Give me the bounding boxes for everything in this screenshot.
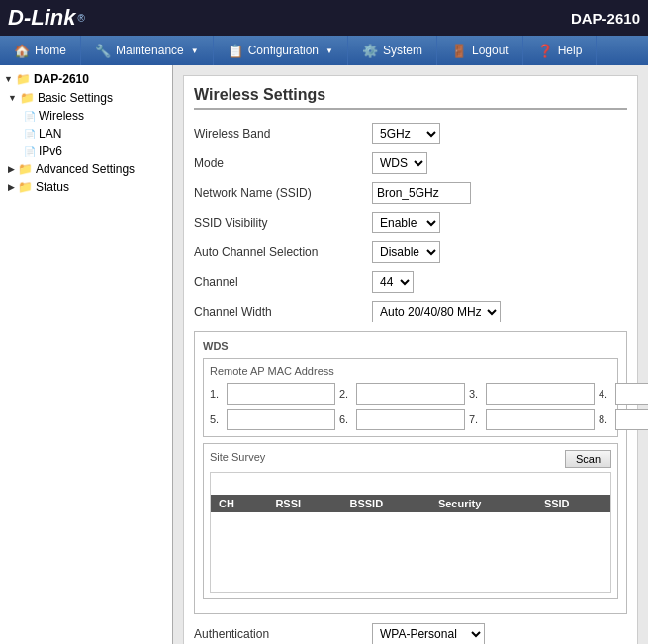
auto-channel-control: Disable Enable (372, 241, 440, 263)
mac-num-7: 7. (469, 414, 483, 425)
status-folder-icon: 📁 (18, 180, 33, 194)
nav-logout[interactable]: 🚪 Logout (437, 36, 523, 65)
col-security: Security (430, 495, 536, 512)
mac-input-1[interactable] (227, 383, 335, 405)
auto-channel-select[interactable]: Disable Enable (372, 241, 440, 263)
auth-label: Authentication (194, 627, 372, 641)
ipv6-doc-icon: 📄 (24, 146, 36, 157)
site-survey-box: Site Survey Scan CH RSSI BSSID Security (203, 443, 618, 599)
header: D-Link ® DAP-2610 (0, 0, 648, 36)
mac-num-6: 6. (339, 414, 353, 425)
basic-folder-icon: 📁 (20, 91, 35, 105)
logo-dlink: D-Link (8, 5, 75, 31)
navbar: 🏠 Home 🔧 Maintenance ▼ 📋 Configuration ▼… (0, 36, 648, 65)
logo-trademark: ® (77, 13, 84, 24)
mode-row: Mode WDS AP (194, 151, 627, 175)
channel-control: 44 36 40 48 (372, 271, 414, 293)
nav-home[interactable]: 🏠 Home (0, 36, 81, 65)
root-expand-icon: ▼ (4, 74, 13, 84)
mac-num-3: 3. (469, 388, 483, 400)
wireless-doc-icon: 📄 (24, 111, 36, 122)
site-table-wrapper: CH RSSI BSSID Security SSID (210, 472, 611, 593)
nav-system[interactable]: ⚙️ System (348, 36, 437, 65)
mode-label: Mode (194, 156, 372, 170)
mac-row-2: 2. (339, 383, 465, 405)
model-number: DAP-2610 (571, 10, 640, 27)
auto-channel-label: Auto Channel Selection (194, 245, 372, 259)
mac-row-3: 3. (469, 383, 595, 405)
ssid-label: Network Name (SSID) (194, 186, 372, 200)
mac-num-8: 8. (599, 414, 612, 425)
channel-width-control: Auto 20/40/80 MHz 20 MHz 40 MHz 80 MHz (372, 301, 501, 322)
advanced-expand-icon: ▶ (8, 164, 15, 174)
system-icon: ⚙️ (362, 44, 378, 58)
ssid-visibility-control: Enable Disable (372, 212, 440, 233)
ssid-visibility-select[interactable]: Enable Disable (372, 212, 440, 233)
mac-input-8[interactable] (615, 409, 648, 430)
mac-row-4: 4. (599, 383, 648, 405)
sidebar-wireless[interactable]: 📄 Wireless (0, 107, 172, 125)
site-survey-title: Site Survey (210, 451, 265, 463)
nav-maintenance[interactable]: 🔧 Maintenance ▼ (81, 36, 214, 65)
mac-row-8: 8. (599, 409, 648, 430)
status-expand-icon: ▶ (8, 182, 15, 192)
home-icon: 🏠 (14, 44, 30, 58)
sidebar-status[interactable]: ▶ 📁 Status (0, 178, 172, 196)
mac-row-7: 7. (469, 409, 595, 430)
sidebar-advanced-settings[interactable]: ▶ 📁 Advanced Settings (0, 160, 172, 178)
mac-input-6[interactable] (356, 409, 465, 430)
ssid-row: Network Name (SSID) (194, 181, 627, 205)
mac-input-2[interactable] (356, 383, 465, 405)
logo: D-Link ® (8, 5, 85, 31)
col-ch: CH (211, 495, 267, 512)
mac-row-1: 1. (210, 383, 335, 405)
configuration-icon: 📋 (228, 44, 243, 58)
auto-channel-row: Auto Channel Selection Disable Enable (194, 240, 627, 264)
lan-doc-icon: 📄 (24, 129, 36, 139)
wireless-band-label: Wireless Band (194, 127, 372, 140)
mac-input-5[interactable] (227, 409, 335, 430)
sidebar-lan[interactable]: 📄 LAN (0, 125, 172, 142)
help-icon: ❓ (537, 44, 553, 58)
main-layout: ▼ 📁 DAP-2610 ▼ 📁 Basic Settings 📄 Wirele… (0, 65, 648, 644)
ssid-input[interactable] (372, 182, 471, 204)
advanced-folder-icon: 📁 (18, 162, 33, 176)
nav-help[interactable]: ❓ Help (523, 36, 598, 65)
ssid-visibility-row: SSID Visibility Enable Disable (194, 211, 627, 234)
site-survey-table: CH RSSI BSSID Security SSID (211, 495, 610, 592)
channel-width-row: Channel Width Auto 20/40/80 MHz 20 MHz 4… (194, 300, 627, 323)
mac-row-5: 5. (210, 409, 335, 430)
channel-width-label: Channel Width (194, 305, 372, 319)
auth-control: WPA-Personal WPA-Enterprise Open System (372, 623, 485, 644)
scan-button[interactable]: Scan (565, 450, 611, 468)
mac-row-6: 6. (339, 409, 465, 430)
configuration-arrow: ▼ (325, 46, 333, 55)
mac-input-3[interactable] (486, 383, 595, 405)
wds-box: WDS Remote AP MAC Address 1. 2. 3 (194, 331, 627, 614)
sidebar-ipv6[interactable]: 📄 IPv6 (0, 142, 172, 160)
site-table-header-row: CH RSSI BSSID Security SSID (211, 495, 610, 512)
remote-ap-title: Remote AP MAC Address (210, 365, 611, 377)
mode-select[interactable]: WDS AP (372, 152, 427, 174)
col-ssid: SSID (536, 495, 610, 512)
mode-control: WDS AP (372, 152, 427, 174)
auth-select[interactable]: WPA-Personal WPA-Enterprise Open System (372, 623, 485, 644)
col-bssid: BSSID (342, 495, 430, 512)
sidebar-root[interactable]: ▼ 📁 DAP-2610 (0, 69, 172, 89)
wireless-band-control: 5GHz 2.4GHz (372, 123, 440, 144)
channel-label: Channel (194, 275, 372, 289)
channel-select[interactable]: 44 36 40 48 (372, 271, 414, 293)
channel-width-select[interactable]: Auto 20/40/80 MHz 20 MHz 40 MHz 80 MHz (372, 301, 501, 322)
mac-num-2: 2. (339, 388, 353, 400)
logout-icon: 🚪 (451, 44, 467, 58)
ssid-control (372, 182, 471, 204)
wireless-band-select[interactable]: 5GHz 2.4GHz (372, 123, 440, 144)
ssid-visibility-label: SSID Visibility (194, 216, 372, 230)
mac-input-4[interactable] (615, 383, 648, 405)
content-inner: Wireless Settings Wireless Band 5GHz 2.4… (183, 75, 638, 644)
page-title: Wireless Settings (194, 86, 627, 110)
nav-configuration[interactable]: 📋 Configuration ▼ (214, 36, 348, 65)
mac-input-7[interactable] (486, 409, 595, 430)
sidebar-basic-settings[interactable]: ▼ 📁 Basic Settings (0, 89, 172, 107)
wds-title: WDS (203, 340, 618, 352)
